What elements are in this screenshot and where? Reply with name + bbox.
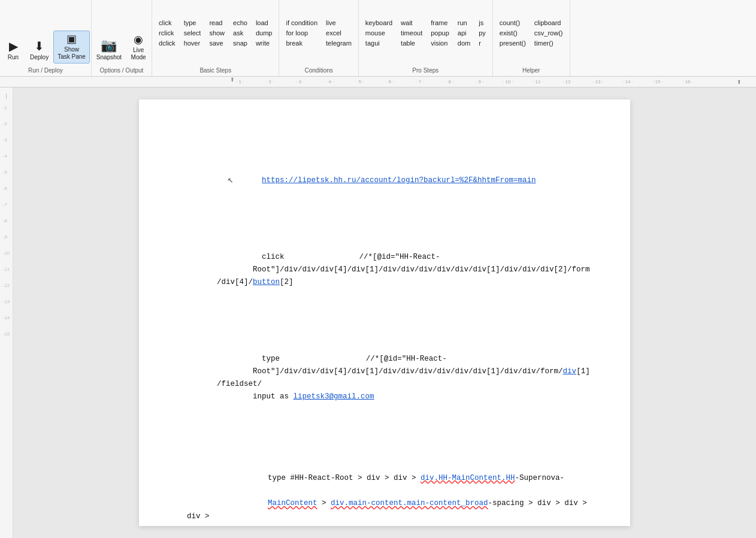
mouse-button[interactable]: mouse bbox=[362, 28, 395, 38]
pro-steps-group: keyboard wait frame run js mouse timeout… bbox=[359, 0, 493, 76]
run-label: Run bbox=[8, 54, 19, 61]
line-num: -5 bbox=[3, 170, 10, 175]
timeout-button[interactable]: timeout bbox=[398, 28, 425, 38]
live-mode-label: LiveMode bbox=[131, 47, 146, 61]
line-num: -11 bbox=[3, 267, 10, 272]
line-num: -9 bbox=[3, 234, 10, 240]
sidebar-marker: | bbox=[5, 93, 7, 99]
run-icon: ▶ bbox=[9, 40, 18, 52]
snapshot-icon: 📷 bbox=[101, 39, 117, 52]
vision-button[interactable]: vision bbox=[428, 38, 452, 48]
line-num: -3 bbox=[3, 137, 10, 143]
read-button[interactable]: read bbox=[206, 18, 228, 28]
r-button[interactable]: r bbox=[476, 38, 489, 48]
csv-row-button[interactable]: csv_row() bbox=[531, 28, 566, 38]
click-button[interactable]: click bbox=[156, 18, 179, 28]
table-button[interactable]: table bbox=[398, 38, 425, 48]
deploy-button[interactable]: ⬇ Deploy bbox=[26, 38, 52, 64]
live-mode-button[interactable]: ◉ LiveMode bbox=[126, 32, 150, 64]
helper-group: count() clipboard exist() csv_row() pres… bbox=[493, 0, 570, 76]
live-mode-icon: ◉ bbox=[134, 34, 143, 45]
tagui-button[interactable]: tagui bbox=[362, 38, 395, 48]
conditions-label: Conditions bbox=[283, 66, 354, 76]
write-button[interactable]: write bbox=[253, 38, 276, 48]
exist-button[interactable]: exist() bbox=[497, 28, 529, 38]
break-button[interactable]: break bbox=[283, 38, 320, 48]
for-loop-button[interactable]: for loop bbox=[283, 28, 320, 38]
line-type-2: type #HH-React-Root > div > div > div.HH… bbox=[187, 460, 594, 539]
snap-button[interactable]: snap bbox=[230, 38, 250, 48]
options-output-label: Options / Output bbox=[93, 66, 150, 76]
dclick-button[interactable]: dclick bbox=[156, 38, 179, 48]
run-deploy-label: Run / Deploy bbox=[1, 66, 90, 76]
helper-label: Helper bbox=[497, 66, 566, 76]
line-numbers: -1 -2 -3 -4 -5 -6 -7 -8 -9 -10 -11 -12 -… bbox=[3, 99, 10, 337]
timer-button[interactable]: timer() bbox=[531, 38, 566, 48]
rclick-button[interactable]: rclick bbox=[156, 28, 179, 38]
deploy-icon: ⬇ bbox=[34, 40, 44, 52]
hover-button[interactable]: hover bbox=[181, 38, 204, 48]
keyword-type: type bbox=[262, 355, 280, 363]
show-task-pane-icon: ▣ bbox=[66, 34, 77, 44]
load-button[interactable]: load bbox=[253, 18, 276, 28]
deploy-label: Deploy bbox=[30, 54, 49, 61]
line-num: -14 bbox=[3, 315, 10, 321]
select-button[interactable]: select bbox=[181, 28, 204, 38]
basic-steps-group: click type read echo load rclick select … bbox=[152, 0, 279, 76]
url-text[interactable]: https://lipetsk.hh.ru/account/login?back… bbox=[262, 176, 536, 185]
popup-button[interactable]: popup bbox=[428, 28, 452, 38]
api-button[interactable]: api bbox=[455, 28, 473, 38]
line-num: -10 bbox=[3, 250, 10, 256]
line-num: -2 bbox=[3, 121, 10, 126]
line-num: -6 bbox=[3, 186, 10, 191]
frame-button[interactable]: frame bbox=[428, 18, 452, 28]
line-num: -4 bbox=[3, 153, 10, 159]
line-num: -15 bbox=[3, 331, 10, 337]
code-content: https://lipetsk.hh.ru/account/login?back… bbox=[187, 123, 594, 538]
line-url: https://lipetsk.hh.ru/account/login?back… bbox=[187, 162, 594, 200]
main-area: | -1 -2 -3 -4 -5 -6 -7 -8 -9 -10 -11 -12… bbox=[0, 87, 756, 538]
line-num: -7 bbox=[3, 202, 10, 207]
wait-button[interactable]: wait bbox=[398, 18, 425, 28]
excel-button[interactable]: excel bbox=[323, 28, 355, 38]
pro-steps-label: Pro Steps bbox=[362, 66, 489, 76]
left-sidebar: | -1 -2 -3 -4 -5 -6 -7 -8 -9 -10 -11 -12… bbox=[0, 87, 13, 538]
line-num: -1 bbox=[3, 105, 10, 110]
count-button[interactable]: count() bbox=[497, 18, 529, 28]
line-num: -12 bbox=[3, 283, 10, 288]
present-button[interactable]: present() bbox=[497, 38, 529, 48]
document-page: ↖ https://lipetsk.hh.ru/account/login?ba… bbox=[139, 99, 630, 526]
line-type-1: type//*[@id="HH-React- Root"]/div/div/di… bbox=[187, 340, 594, 416]
js-button[interactable]: js bbox=[476, 18, 489, 28]
basic-steps-label: Basic Steps bbox=[156, 66, 275, 76]
run-button[interactable]: ▶ Run bbox=[1, 38, 25, 64]
keyboard-button[interactable]: keyboard bbox=[362, 18, 395, 28]
show-task-pane-label: ShowTask Pane bbox=[58, 46, 86, 61]
line-click-1: click//*[@id="HH-React- Root"]/div/div/d… bbox=[187, 238, 594, 301]
options-output-group: 📷 Snapshot ◉ LiveMode Options / Output bbox=[92, 0, 152, 76]
line-num: -13 bbox=[3, 299, 10, 304]
clipboard-button[interactable]: clipboard bbox=[531, 18, 566, 28]
run-pro-button[interactable]: run bbox=[455, 18, 473, 28]
dom-button[interactable]: dom bbox=[455, 38, 473, 48]
dump-button[interactable]: dump bbox=[253, 28, 276, 38]
live-button[interactable]: live bbox=[323, 18, 355, 28]
telegram-button[interactable]: telegram bbox=[323, 38, 355, 48]
toolbar: ▶ Run ⬇ Deploy ▣ ShowTask Pane Run / Dep… bbox=[0, 0, 756, 77]
conditions-group: if condition live for loop excel break t… bbox=[279, 0, 358, 76]
document-canvas[interactable]: ↖ https://lipetsk.hh.ru/account/login?ba… bbox=[13, 87, 756, 538]
ruler: ⬆ · 1 · · 2 · · 3 · · 4 · · 5 · · 6 · · … bbox=[0, 77, 756, 87]
save-button[interactable]: save bbox=[206, 38, 228, 48]
py-button[interactable]: py bbox=[476, 28, 489, 38]
snapshot-button[interactable]: 📷 Snapshot bbox=[93, 37, 125, 64]
show-button[interactable]: show bbox=[206, 28, 228, 38]
keyword-click: click bbox=[262, 253, 285, 261]
ask-button[interactable]: ask bbox=[230, 28, 250, 38]
type-button[interactable]: type bbox=[181, 18, 204, 28]
snapshot-label: Snapshot bbox=[96, 54, 122, 61]
echo-button[interactable]: echo bbox=[230, 18, 250, 28]
line-num: -8 bbox=[3, 218, 10, 223]
run-deploy-group: ▶ Run ⬇ Deploy ▣ ShowTask Pane Run / Dep… bbox=[0, 0, 92, 76]
if-condition-button[interactable]: if condition bbox=[283, 18, 320, 28]
show-task-pane-button[interactable]: ▣ ShowTask Pane bbox=[53, 31, 90, 64]
